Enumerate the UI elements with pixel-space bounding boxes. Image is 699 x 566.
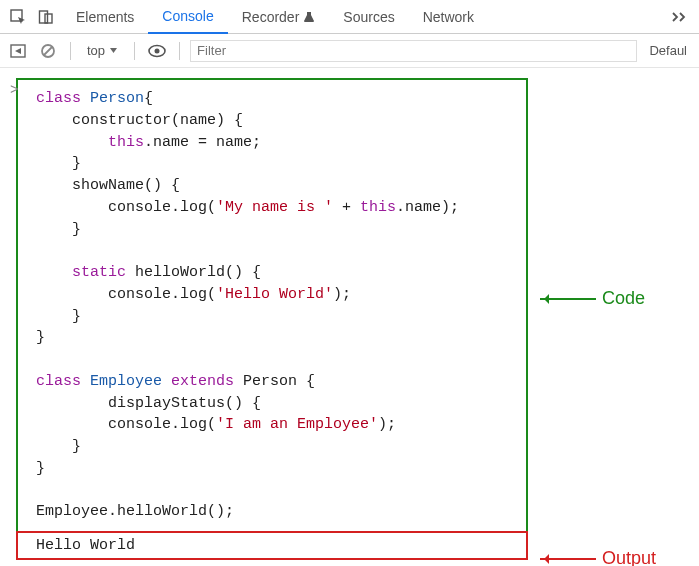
svg-rect-1 (40, 11, 48, 23)
tabs-overflow-icon[interactable] (665, 11, 693, 23)
divider (134, 42, 135, 60)
clear-console-icon[interactable] (36, 39, 60, 63)
divider (179, 42, 180, 60)
tab-elements[interactable]: Elements (62, 0, 148, 34)
input-prompt-icon: > (10, 82, 18, 98)
arrow-left-icon (540, 558, 596, 560)
flask-icon (303, 11, 315, 23)
tab-recorder[interactable]: Recorder (228, 0, 330, 34)
console-output-line: Hello World (16, 531, 528, 560)
annotation-code-label: Code (602, 288, 645, 309)
arrow-left-icon (540, 298, 596, 300)
annotation-output-label: Output (602, 548, 656, 566)
svg-point-7 (155, 48, 160, 53)
live-expression-icon[interactable] (145, 39, 169, 63)
tab-console[interactable]: Console (148, 0, 227, 34)
tab-recorder-label: Recorder (242, 9, 300, 25)
context-label: top (87, 43, 105, 58)
context-selector[interactable]: top (81, 43, 124, 58)
filter-input[interactable] (190, 40, 637, 62)
console-body: > class Person{ constructor(name) { this… (0, 68, 699, 566)
tab-sources[interactable]: Sources (329, 0, 408, 34)
svg-rect-2 (45, 14, 52, 23)
annotation-output: Output (540, 548, 656, 566)
devtools-tabbar: Elements Console Recorder Sources Networ… (0, 0, 699, 34)
sidebar-toggle-icon[interactable] (6, 39, 30, 63)
code-input-block[interactable]: class Person{ constructor(name) { this.n… (16, 78, 528, 533)
log-levels[interactable]: Defaul (643, 43, 693, 58)
chevron-down-icon (109, 46, 118, 55)
device-toolbar-icon[interactable] (34, 5, 58, 29)
divider (70, 42, 71, 60)
console-toolbar: top Defaul (0, 34, 699, 68)
annotation-code: Code (540, 288, 645, 309)
tab-network[interactable]: Network (409, 0, 488, 34)
inspect-icon[interactable] (6, 5, 30, 29)
svg-line-5 (44, 47, 52, 55)
